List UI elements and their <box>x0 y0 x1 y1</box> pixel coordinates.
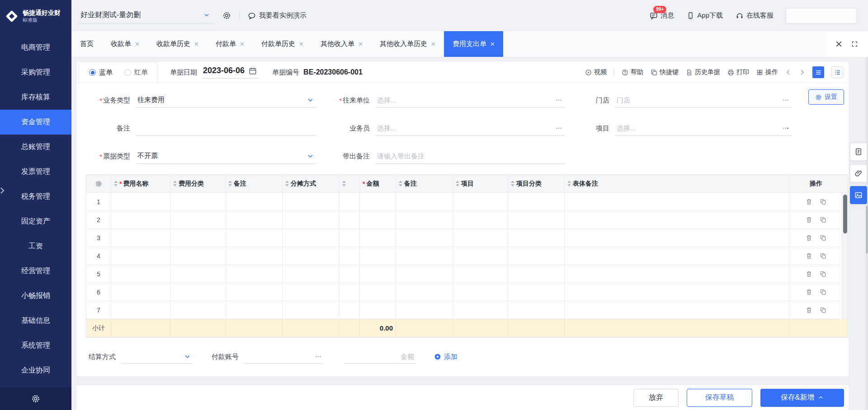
ellipsis-picker-icon[interactable] <box>782 125 789 132</box>
image-tool-button[interactable] <box>850 186 867 204</box>
print-button[interactable]: 打印 <box>727 68 749 76</box>
settlement-amount-field[interactable] <box>344 349 416 364</box>
grid-cell[interactable] <box>226 211 283 228</box>
sidebar-item-inventory[interactable]: 库存核算 <box>0 85 71 110</box>
grid-cell[interactable] <box>396 283 453 301</box>
grid-cell[interactable] <box>396 193 453 210</box>
salesperson-input[interactable] <box>377 124 555 132</box>
page-scrollbar-thumb[interactable] <box>866 206 868 253</box>
grid-cell[interactable] <box>396 211 453 228</box>
grid-cell[interactable] <box>508 265 565 283</box>
grid-cell[interactable] <box>111 301 170 319</box>
sidebar-item-system-mgmt[interactable]: 系统管理 <box>0 333 71 358</box>
red-form-radio[interactable]: 红单 <box>124 68 148 77</box>
blue-form-radio[interactable]: 蓝单 <box>89 68 113 77</box>
close-icon[interactable] <box>359 42 363 46</box>
grid-cell[interactable] <box>396 301 453 319</box>
grid-cell[interactable] <box>508 301 565 319</box>
grid-cell[interactable] <box>340 265 360 283</box>
hotkeys-button[interactable]: 快捷键 <box>651 68 679 76</box>
app-download-button[interactable]: App下载 <box>687 11 723 20</box>
remark-input[interactable] <box>137 124 314 132</box>
sort-toggle[interactable] <box>456 180 460 187</box>
operations-button[interactable]: 操作 <box>756 68 778 76</box>
grid-cell[interactable] <box>565 283 789 301</box>
history-docs-button[interactable]: 历史单据 <box>686 68 720 76</box>
carry-remark-field[interactable] <box>375 149 565 164</box>
sort-toggle[interactable] <box>114 180 118 187</box>
grid-cell[interactable] <box>340 229 360 247</box>
grid-cell[interactable] <box>170 301 226 319</box>
grid-cell[interactable] <box>226 193 283 210</box>
grid-cell[interactable] <box>283 247 340 265</box>
salesperson-field[interactable] <box>375 121 565 136</box>
counterparty-field[interactable] <box>375 93 565 108</box>
sidebar-item-invoice[interactable]: 发票管理 <box>0 159 71 184</box>
grid-cell[interactable] <box>111 265 170 283</box>
tab-receipt-history[interactable]: 收款单历史 <box>148 31 207 57</box>
grid-settings-gear-icon[interactable] <box>86 175 111 192</box>
carry-remark-input[interactable] <box>377 152 562 160</box>
tab-other-income[interactable]: 其他收入单 <box>312 31 371 57</box>
grid-cell[interactable] <box>283 301 340 319</box>
sort-toggle[interactable] <box>567 180 571 187</box>
grid-cell[interactable] <box>360 301 396 319</box>
grid-cell[interactable] <box>283 193 340 210</box>
bill-type-select[interactable]: 不开票 <box>136 149 316 164</box>
add-settlement-button[interactable]: 添加 <box>434 353 458 361</box>
grid-cell[interactable] <box>170 229 226 247</box>
grid-cell[interactable] <box>283 229 340 247</box>
grid-cell[interactable] <box>226 265 283 283</box>
grid-cell[interactable] <box>340 193 360 210</box>
delete-row-icon[interactable] <box>806 252 812 259</box>
demo-link[interactable]: 我要看实例演示 <box>248 11 307 20</box>
remark-field[interactable] <box>136 121 316 136</box>
next-doc-arrow-icon[interactable] <box>799 69 805 75</box>
sidebar-item-ecommerce[interactable]: 电商管理 <box>0 35 71 60</box>
grid-cell[interactable] <box>111 247 170 265</box>
store-input[interactable] <box>617 96 782 104</box>
payment-account-field[interactable] <box>243 349 324 364</box>
grid-cell[interactable] <box>226 301 283 319</box>
settlement-method-select[interactable] <box>120 349 193 364</box>
grid-cell[interactable] <box>508 247 565 265</box>
note-tool-button[interactable] <box>850 143 867 161</box>
grid-cell[interactable] <box>453 211 508 228</box>
grid-cell[interactable] <box>170 265 226 283</box>
messages-button[interactable]: 99+ 消息 <box>650 11 674 20</box>
delete-row-icon[interactable] <box>806 198 812 205</box>
fullscreen-icon[interactable] <box>851 41 858 47</box>
attachment-tool-button[interactable] <box>850 164 867 182</box>
ellipsis-picker-icon[interactable] <box>555 97 562 104</box>
delete-row-icon[interactable] <box>806 307 812 313</box>
grid-cell[interactable] <box>226 229 283 247</box>
grid-cell[interactable] <box>396 265 453 283</box>
save-and-new-button[interactable]: 保存&新增 <box>760 389 844 407</box>
project-field[interactable] <box>615 121 792 136</box>
grid-cell[interactable] <box>111 193 170 210</box>
sidebar-collapse-handle[interactable] <box>0 187 5 196</box>
delete-row-icon[interactable] <box>806 216 812 223</box>
store-field[interactable] <box>615 93 792 108</box>
org-selector-dropdown[interactable]: 好业财测试-量勿删 <box>79 8 214 24</box>
close-icon[interactable] <box>299 42 303 46</box>
grid-cell[interactable] <box>565 193 789 210</box>
grid-cell[interactable] <box>283 283 340 301</box>
grid-cell[interactable] <box>453 283 508 301</box>
grid-cell[interactable] <box>360 247 396 265</box>
grid-cell[interactable] <box>360 193 396 210</box>
prev-doc-arrow-icon[interactable] <box>785 69 792 75</box>
grid-cell[interactable] <box>396 229 453 247</box>
sort-toggle[interactable] <box>285 180 289 187</box>
grid-cell[interactable] <box>565 301 789 319</box>
close-icon[interactable] <box>194 42 198 46</box>
grid-cell[interactable] <box>170 211 226 228</box>
copy-row-icon[interactable] <box>820 234 826 241</box>
sort-toggle[interactable] <box>342 180 346 187</box>
sort-toggle[interactable] <box>399 180 403 187</box>
sort-toggle[interactable] <box>228 180 232 187</box>
sort-toggle[interactable] <box>511 180 515 187</box>
grid-cell[interactable] <box>396 247 453 265</box>
close-all-icon[interactable] <box>835 41 842 47</box>
grid-cell[interactable] <box>565 265 789 283</box>
